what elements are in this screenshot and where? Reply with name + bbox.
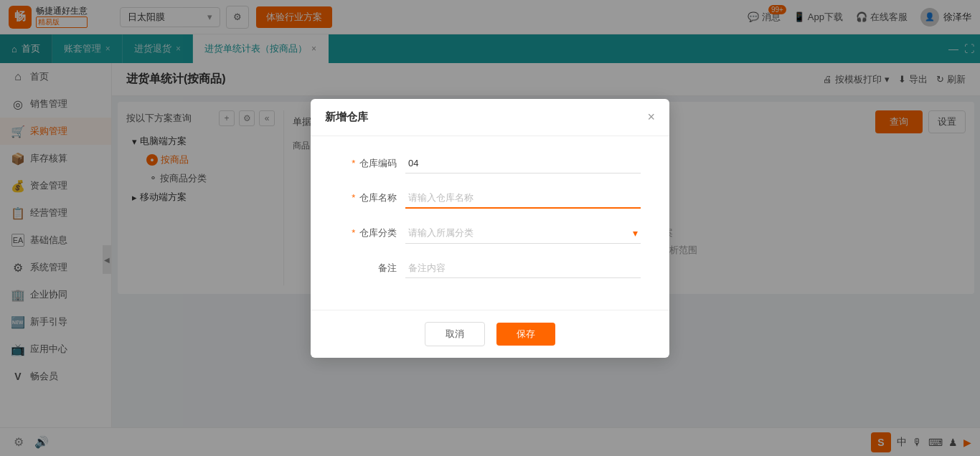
form-row-note: 备注: [339, 258, 641, 278]
category-select[interactable]: 请输入所属分类: [408, 227, 633, 238]
form-row-code: * 仓库编码: [339, 153, 641, 174]
form-row-name: * 仓库名称: [339, 188, 641, 209]
name-label: * 仓库名称: [339, 191, 397, 204]
cancel-button[interactable]: 取消: [425, 322, 485, 346]
note-input[interactable]: [405, 258, 641, 278]
save-button[interactable]: 保存: [496, 323, 555, 346]
modal-close-button[interactable]: ×: [647, 110, 655, 123]
modal-footer: 取消 保存: [311, 310, 669, 358]
modal-overlay[interactable]: 新增仓库 × * 仓库编码 * 仓库名称: [0, 0, 980, 456]
code-input[interactable]: [405, 153, 641, 174]
modal-title: 新增仓库: [325, 110, 368, 124]
name-input[interactable]: [405, 188, 641, 209]
add-warehouse-modal: 新增仓库 × * 仓库编码 * 仓库名称: [311, 99, 669, 358]
required-star-category: *: [352, 227, 355, 238]
required-star-code: *: [352, 158, 355, 168]
required-star-name: *: [352, 192, 355, 203]
code-label: * 仓库编码: [339, 157, 397, 170]
category-dropdown-arrow: ▾: [633, 227, 638, 239]
category-select-wrap: 请输入所属分类 ▾: [405, 223, 641, 244]
note-label: 备注: [339, 262, 397, 275]
modal-body: * 仓库编码 * 仓库名称 * 仓库分类: [311, 136, 669, 310]
modal-header: 新增仓库 ×: [311, 99, 669, 136]
form-row-category: * 仓库分类 请输入所属分类 ▾: [339, 223, 641, 244]
category-label: * 仓库分类: [339, 227, 397, 239]
